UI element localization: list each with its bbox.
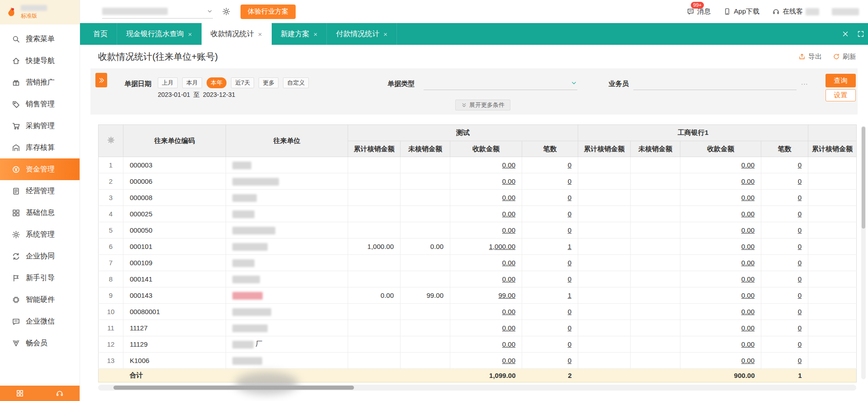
export-button[interactable]: 导出 [798, 53, 822, 61]
count-link[interactable]: 1 [568, 243, 571, 250]
amount-link[interactable]: 0.00 [502, 357, 515, 364]
amount-link[interactable]: 0.00 [741, 259, 755, 267]
sidebar-item-inventory[interactable]: 库存核算 [0, 137, 80, 158]
count-link[interactable]: 0 [798, 275, 802, 283]
tab-close-icon[interactable]: × [258, 30, 262, 38]
amount-link[interactable]: 0.00 [502, 161, 515, 169]
count-link[interactable]: 0 [568, 340, 571, 348]
amount-link[interactable]: 0.00 [741, 324, 755, 332]
salesman-input[interactable] [633, 76, 797, 90]
expand-more-button[interactable]: 展开更多条件 [455, 100, 510, 110]
tab-0[interactable]: 首页 [84, 23, 117, 45]
fullscreen-icon[interactable] [857, 30, 864, 38]
date-range[interactable]: 2023-01-01 至 2023-12-31 [158, 91, 235, 99]
count-link[interactable]: 0 [568, 275, 571, 283]
sidebar-item-wechat[interactable]: 企业微信 [0, 310, 80, 332]
sidebar-item-member[interactable]: 畅会员 [0, 332, 80, 354]
amount-link[interactable]: 0.00 [741, 275, 755, 283]
amount-link[interactable]: 0.00 [741, 177, 755, 185]
collapse-filter-button[interactable] [95, 73, 107, 87]
date-chip-4[interactable]: 更多 [259, 77, 278, 88]
horizontal-scrollbar[interactable] [98, 385, 856, 391]
sidebar-item-guide[interactable]: 新手引导 [0, 267, 80, 289]
tab-3[interactable]: 新建方案× [272, 23, 327, 45]
amount-link[interactable]: 0.00 [741, 194, 755, 201]
amount-link[interactable]: 0.00 [502, 275, 515, 283]
close-tabs-icon[interactable] [842, 30, 849, 38]
doc-type-select[interactable] [424, 76, 577, 90]
count-link[interactable]: 0 [798, 177, 802, 185]
count-link[interactable]: 0 [798, 357, 802, 364]
count-link[interactable]: 0 [798, 259, 802, 267]
org-select[interactable] [102, 5, 213, 19]
amount-link[interactable]: 0.00 [741, 161, 755, 169]
amount-link[interactable]: 0.00 [741, 210, 755, 218]
count-link[interactable]: 0 [568, 161, 571, 169]
app-download-button[interactable]: App下载 [723, 7, 760, 16]
amount-link[interactable]: 0.00 [502, 308, 515, 315]
count-link[interactable]: 0 [798, 194, 802, 201]
support-headset-icon[interactable] [56, 389, 64, 397]
apps-grid-icon[interactable] [16, 389, 24, 397]
amount-link[interactable]: 0.00 [741, 340, 755, 348]
count-link[interactable]: 0 [798, 243, 802, 250]
date-chip-1[interactable]: 本月 [182, 77, 202, 88]
sidebar-item-sales[interactable]: 销售管理 [0, 93, 80, 115]
tab-close-icon[interactable]: × [188, 30, 192, 38]
count-link[interactable]: 0 [798, 324, 802, 332]
tab-1[interactable]: 现金银行流水查询× [117, 23, 202, 45]
tab-close-icon[interactable]: × [314, 30, 318, 38]
count-link[interactable]: 0 [568, 357, 571, 364]
sidebar-item-operations[interactable]: 经营管理 [0, 180, 80, 202]
column-settings-icon[interactable] [107, 136, 115, 144]
count-link[interactable]: 0 [798, 340, 802, 348]
sidebar-item-basic-info[interactable]: 基础信息 [0, 202, 80, 224]
settings-button[interactable]: 设置 [826, 89, 856, 101]
amount-link[interactable]: 0.00 [741, 308, 755, 315]
amount-link[interactable]: 0.00 [502, 210, 515, 218]
amount-link[interactable]: 0.00 [502, 177, 515, 185]
amount-link[interactable]: 0.00 [741, 291, 755, 299]
count-link[interactable]: 1 [568, 291, 571, 299]
count-link[interactable]: 0 [798, 226, 802, 234]
sidebar-item-funds[interactable]: 资金管理 [0, 158, 80, 180]
amount-link[interactable]: 99.00 [498, 291, 515, 299]
amount-link[interactable]: 0.00 [502, 324, 515, 332]
date-from[interactable]: 2023-01-01 [158, 91, 190, 99]
horizontal-scroll-thumb[interactable] [113, 386, 354, 390]
amount-link[interactable]: 0.00 [741, 357, 755, 364]
sidebar-item-quick-nav[interactable]: 快捷导航 [0, 50, 80, 72]
query-button[interactable]: 查询 [826, 74, 856, 87]
trial-button[interactable]: 体验行业方案 [241, 5, 296, 19]
refresh-button[interactable]: 刷新 [833, 53, 856, 61]
count-link[interactable]: 0 [568, 177, 571, 185]
amount-link[interactable]: 0.00 [502, 194, 515, 201]
vertical-scroll-thumb[interactable] [862, 127, 865, 229]
tab-4[interactable]: 付款情况统计× [327, 23, 397, 45]
date-chip-3[interactable]: 近7天 [231, 77, 254, 88]
sidebar-item-collaboration[interactable]: 企业协同 [0, 245, 80, 267]
count-link[interactable]: 0 [798, 291, 802, 299]
sidebar-item-marketing[interactable]: 营销推广 [0, 72, 80, 93]
count-link[interactable]: 0 [798, 210, 802, 218]
gear-icon[interactable] [222, 7, 231, 16]
date-chip-2[interactable]: 本年 [207, 77, 226, 88]
amount-link[interactable]: 0.00 [502, 226, 515, 234]
count-link[interactable]: 0 [568, 308, 571, 315]
date-chip-0[interactable]: 上月 [158, 77, 178, 88]
sidebar-item-search-menu[interactable]: 搜索菜单 [0, 28, 80, 50]
tab-2[interactable]: 收款情况统计× [202, 23, 272, 45]
count-link[interactable]: 0 [568, 259, 571, 267]
amount-link[interactable]: 0.00 [502, 259, 515, 267]
tab-close-icon[interactable]: × [383, 30, 387, 38]
amount-link[interactable]: 1,000.00 [489, 243, 515, 250]
count-link[interactable]: 0 [798, 308, 802, 315]
count-link[interactable]: 0 [568, 210, 571, 218]
amount-link[interactable]: 0.00 [741, 226, 755, 234]
sidebar-item-system[interactable]: 系统管理 [0, 224, 80, 245]
count-link[interactable]: 0 [568, 324, 571, 332]
vertical-scrollbar[interactable] [861, 126, 866, 379]
amount-link[interactable]: 0.00 [502, 340, 515, 348]
sidebar-item-hardware[interactable]: 智能硬件 [0, 289, 80, 310]
count-link[interactable]: 0 [568, 226, 571, 234]
